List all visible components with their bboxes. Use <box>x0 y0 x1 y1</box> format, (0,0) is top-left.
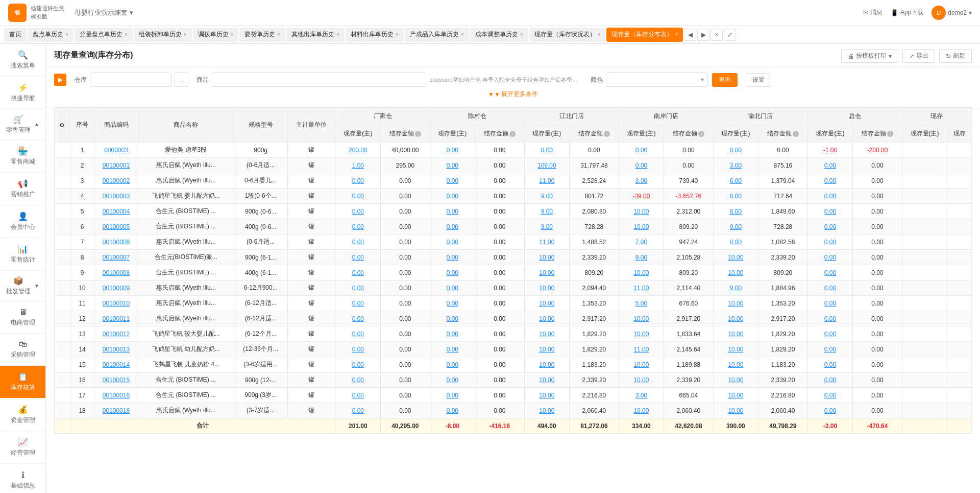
sidebar-item-ecommerce[interactable]: 🖥 电商管理 <box>0 301 45 334</box>
sidebar-item-member[interactable]: 👤 会员中心 <box>0 205 45 238</box>
stock-qty-cell[interactable]: 0.00 <box>807 219 853 234</box>
stock-qty-cell[interactable]: 9.00 <box>524 204 570 219</box>
stock-qty-cell[interactable]: 10.00 <box>524 357 570 372</box>
tab-close-icon[interactable]: × <box>65 32 68 37</box>
stock-qty-cell[interactable]: 0.00 <box>430 189 475 204</box>
sidebar-item-wholesale[interactable]: 📦 批发管理 ▼ <box>0 271 45 301</box>
sidebar-item-finance[interactable]: 💰 资金管理 <box>0 398 45 431</box>
stock-qty-cell[interactable]: 11.00 <box>524 234 570 250</box>
product-code-link[interactable]: 00100013 <box>94 342 138 357</box>
tab-demand[interactable]: 要货单历史 × <box>239 28 285 42</box>
stock-qty-cell[interactable]: 10.00 <box>619 372 664 388</box>
stock-qty-cell[interactable]: 10.00 <box>713 342 758 357</box>
warehouse-input[interactable] <box>90 73 172 87</box>
stock-qty-cell[interactable]: 0.00 <box>430 388 475 403</box>
product-code-link[interactable]: 00100003 <box>94 189 138 204</box>
sidebar-item-quicknav[interactable]: ⚡ 快捷导航 <box>0 77 45 109</box>
stock-qty-cell[interactable]: 0.00 <box>807 189 853 204</box>
tab-close-icon[interactable]: × <box>520 32 523 37</box>
stock-qty-cell[interactable]: 0.00 <box>335 403 381 418</box>
stock-qty-cell[interactable]: 3.00 <box>713 158 758 173</box>
stock-qty-cell[interactable]: 0.00 <box>430 280 475 296</box>
info-icon[interactable]: i <box>793 131 799 137</box>
stock-qty-cell[interactable]: 0.00 <box>335 173 381 189</box>
expand-conditions-btn[interactable]: ▼▼ 展开更多条件 <box>488 90 538 99</box>
stock-qty-cell[interactable]: 0.00 <box>335 280 381 296</box>
tab-close-all-btn[interactable]: × <box>710 29 723 41</box>
stock-qty-cell[interactable]: 0.00 <box>807 234 853 250</box>
stock-qty-cell[interactable]: 11.00 <box>619 342 664 357</box>
stock-qty-cell[interactable]: 0.00 <box>430 234 475 250</box>
stock-qty-cell[interactable]: 10.00 <box>713 388 758 403</box>
tab-combo[interactable]: 组装拆卸单历史 × <box>134 28 192 42</box>
sidebar-item-search[interactable]: 🔍 搜索英单 <box>0 44 45 77</box>
product-code-link[interactable]: 00100014 <box>94 357 138 372</box>
stock-qty-cell[interactable]: 10.00 <box>619 326 664 342</box>
product-code-link[interactable]: 00100016 <box>94 388 138 403</box>
stock-qty-cell[interactable]: 11.00 <box>524 173 570 189</box>
info-icon[interactable]: i <box>415 131 421 137</box>
stock-qty-cell[interactable]: 10.00 <box>619 403 664 418</box>
color-input[interactable] <box>606 73 708 87</box>
tab-stock-dist[interactable]: 现存量（库存分布表） × <box>606 28 683 42</box>
stock-qty-cell[interactable]: 10.00 <box>619 219 664 234</box>
stock-qty-cell[interactable]: 9.00 <box>524 219 570 234</box>
tab-close-icon[interactable]: × <box>598 32 601 37</box>
stock-qty-cell[interactable]: 10.00 <box>524 372 570 388</box>
stock-qty-cell[interactable]: 10.00 <box>524 342 570 357</box>
tab-material-out[interactable]: 材料出库单历史 × <box>346 28 404 42</box>
stock-qty-cell[interactable]: 10.00 <box>713 311 758 326</box>
stock-qty-cell[interactable]: 10.00 <box>713 372 758 388</box>
settings-btn[interactable]: 设置 <box>746 73 771 87</box>
print-btn[interactable]: 🖨 按模板打印 ▾ <box>841 49 898 63</box>
stock-qty-cell[interactable]: 3.00 <box>619 173 664 189</box>
stock-qty-cell[interactable]: 0.00 <box>430 204 475 219</box>
stock-qty-cell[interactable]: 0.00 <box>430 265 475 280</box>
stock-qty-cell[interactable]: 0.00 <box>335 357 381 372</box>
stock-qty-cell[interactable]: 0.00 <box>335 234 381 250</box>
tab-close-icon[interactable]: × <box>675 32 678 37</box>
stock-qty-cell[interactable]: 0.00 <box>335 342 381 357</box>
sidebar-item-purchase[interactable]: 🛍 采购管理 <box>0 334 45 366</box>
stock-qty-cell[interactable]: 8.00 <box>713 234 758 250</box>
product-code-link[interactable]: 00100006 <box>94 234 138 250</box>
tab-close-icon[interactable]: × <box>277 32 280 37</box>
stock-qty-cell[interactable]: 10.00 <box>713 250 758 265</box>
product-code-link[interactable]: 00100012 <box>94 326 138 342</box>
stock-qty-cell[interactable]: 8.00 <box>713 189 758 204</box>
suite-selector[interactable]: 母婴行业演示陈套 ▾ <box>75 8 133 17</box>
warehouse-more-btn[interactable]: … <box>175 73 188 87</box>
stock-qty-cell[interactable]: 0.00 <box>430 250 475 265</box>
user-area[interactable]: D demo2 ▾ <box>932 6 972 20</box>
stock-qty-cell[interactable]: 0.00 <box>335 265 381 280</box>
stock-qty-cell[interactable]: 0.00 <box>430 143 475 158</box>
product-code-link[interactable]: 00100010 <box>94 296 138 311</box>
stock-qty-cell[interactable]: 10.00 <box>524 403 570 418</box>
stock-qty-cell[interactable]: 0.00 <box>807 357 853 372</box>
info-icon[interactable]: i <box>604 131 610 137</box>
tab-other-out[interactable]: 其他出库单历史 × <box>286 28 345 42</box>
stock-qty-cell[interactable]: 0.00 <box>619 158 664 173</box>
query-btn[interactable]: 查询 <box>712 73 738 87</box>
stock-qty-cell[interactable]: 9.00 <box>713 219 758 234</box>
message-btn[interactable]: ✉ 消息 <box>863 8 883 17</box>
stock-qty-cell[interactable]: 0.00 <box>335 296 381 311</box>
tab-expand-btn[interactable]: ⤢ <box>724 29 736 41</box>
stock-qty-cell[interactable]: 10.00 <box>524 326 570 342</box>
sidebar-item-retail-stats[interactable]: 📊 零售统计 <box>0 238 45 271</box>
stock-qty-cell[interactable]: 7.00 <box>619 234 664 250</box>
app-download-btn[interactable]: 📱 App下载 <box>891 8 923 17</box>
tab-home[interactable]: 首页 <box>4 28 27 42</box>
stock-qty-cell[interactable]: 0.00 <box>807 296 853 311</box>
stock-qty-cell[interactable]: 0.00 <box>430 296 475 311</box>
stock-qty-cell[interactable]: 0.00 <box>430 158 475 173</box>
sidebar-item-inventory[interactable]: 📋 库存核算 <box>0 366 45 398</box>
tab-close-icon[interactable]: × <box>125 32 128 37</box>
tab-prev-btn[interactable]: ◀ <box>684 29 696 41</box>
stock-qty-cell[interactable]: 200.00 <box>335 143 381 158</box>
stock-qty-cell[interactable]: 0.00 <box>335 219 381 234</box>
sidebar-item-retail-mgmt[interactable]: 🛒 零售管理 ▲ <box>0 109 45 140</box>
stock-qty-cell[interactable]: 5.00 <box>619 296 664 311</box>
stock-qty-cell[interactable]: 109.00 <box>524 158 570 173</box>
stock-qty-cell[interactable]: 0.00 <box>335 326 381 342</box>
